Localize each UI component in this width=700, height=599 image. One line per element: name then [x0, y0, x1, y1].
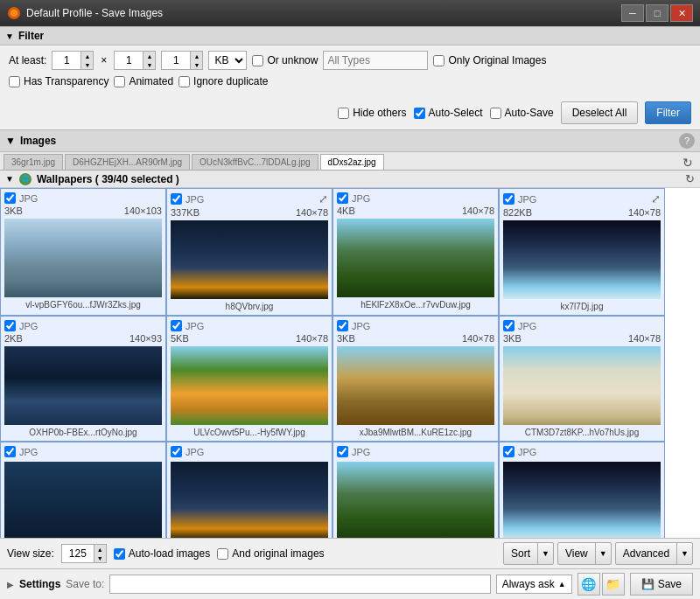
view-button[interactable]: View ▼: [557, 542, 612, 565]
minimize-button[interactable]: ─: [621, 4, 644, 22]
only-original-checkbox[interactable]: [433, 55, 444, 66]
cell-check-6: JPG: [337, 320, 370, 331]
cell-checkbox-1[interactable]: [171, 193, 182, 205]
cell-type-2: JPG: [352, 193, 370, 204]
wallpapers-refresh-button[interactable]: ↻: [685, 172, 695, 185]
filter-collapse-icon[interactable]: ▼: [5, 31, 14, 41]
size-spin-down[interactable]: ▼: [190, 60, 202, 69]
tab-0[interactable]: 36gr1m.jpg: [4, 154, 63, 170]
only-original-checkbox-label[interactable]: Only Original Images: [433, 54, 546, 66]
auto-save-checkbox-label[interactable]: Auto-Save: [490, 107, 554, 119]
cell-checkbox-8[interactable]: [4, 446, 16, 457]
bottom-buttons: Sort ▼ View ▼ Advanced ▼: [503, 542, 693, 565]
cell-type-1: JPG: [186, 194, 204, 205]
auto-save-checkbox[interactable]: [490, 108, 501, 119]
filter-button[interactable]: Filter: [645, 101, 691, 124]
animated-checkbox-label[interactable]: Animated: [114, 75, 173, 87]
width-input[interactable]: [52, 52, 80, 69]
has-transparency-checkbox[interactable]: [9, 76, 20, 87]
maximize-button[interactable]: □: [646, 4, 668, 22]
tab-2[interactable]: OUcN3kffBvC...7lDDALg.jpg: [192, 154, 318, 170]
cell-check-8: JPG: [4, 446, 38, 457]
refresh-tabs-button[interactable]: ↻: [682, 156, 696, 170]
deselect-all-button[interactable]: Deselect All: [561, 101, 639, 124]
auto-load-checkbox[interactable]: [114, 548, 125, 560]
auto-select-checkbox[interactable]: [414, 108, 425, 119]
cell-checkbox-10[interactable]: [337, 446, 348, 457]
or-unknown-checkbox[interactable]: [252, 55, 263, 66]
wallpapers-icon: 🌐: [19, 173, 32, 185]
bookmark-icon-button[interactable]: 📁: [602, 573, 625, 596]
cell-meta-4: 2KB 140×93: [4, 333, 162, 344]
cell-image-3[interactable]: [503, 220, 661, 299]
grid-cell-3: JPG ⤢ 822KB 140×78 kx7l7Dj.jpg: [499, 188, 665, 316]
ignore-duplicate-checkbox[interactable]: [178, 76, 190, 87]
cell-header-1: JPG ⤢: [171, 192, 328, 205]
size-spin-buttons: ▲ ▼: [190, 52, 202, 69]
wallpapers-collapse-triangle[interactable]: ▼: [5, 174, 14, 184]
cell-dims-2: 140×78: [462, 205, 494, 216]
cell-image-2[interactable]: [337, 219, 494, 297]
cell-image-8[interactable]: [4, 462, 162, 538]
images-collapse-icon[interactable]: ▼: [5, 135, 16, 147]
settings-collapse-triangle[interactable]: ▶: [7, 580, 14, 589]
auto-select-checkbox-label[interactable]: Auto-Select: [414, 107, 483, 119]
save-bar: ▶ Settings Save to: Always ask ▲ 🌐 📁 💾 S…: [0, 568, 700, 599]
cell-image-10[interactable]: [337, 462, 494, 538]
height-spin-down[interactable]: ▼: [143, 60, 155, 69]
and-original-checkbox-label[interactable]: And original images: [217, 547, 324, 560]
all-types-input[interactable]: [323, 51, 428, 70]
cell-image-0[interactable]: [4, 219, 162, 297]
cell-checkbox-5[interactable]: [171, 320, 182, 331]
tab-3[interactable]: dDxs2az.jpg: [320, 154, 384, 171]
close-button[interactable]: ✕: [670, 4, 693, 22]
view-size-input[interactable]: [62, 545, 94, 562]
width-spin-down[interactable]: ▼: [80, 60, 93, 69]
expand-icon[interactable]: ⤢: [318, 192, 328, 205]
cell-checkbox-9[interactable]: [171, 446, 182, 457]
view-size-spin-up[interactable]: ▲: [94, 545, 106, 554]
auto-load-checkbox-label[interactable]: Auto-load images: [114, 547, 210, 560]
cell-image-5[interactable]: [171, 346, 328, 425]
cell-checkbox-4[interactable]: [4, 320, 16, 331]
size-unit-select[interactable]: KB MB B: [208, 51, 247, 70]
save-to-input[interactable]: [109, 575, 490, 594]
size-input[interactable]: [162, 52, 190, 69]
cell-checkbox-7[interactable]: [503, 320, 514, 331]
hide-others-checkbox[interactable]: [338, 108, 349, 119]
cell-checkbox-11[interactable]: [503, 446, 514, 457]
height-input[interactable]: [115, 52, 143, 69]
cell-header-10: JPG: [337, 446, 494, 457]
save-button[interactable]: 💾 Save: [630, 573, 693, 596]
height-spin-up[interactable]: ▲: [143, 52, 155, 60]
folder-icon-button[interactable]: 🌐: [578, 573, 600, 596]
cell-checkbox-6[interactable]: [337, 320, 348, 331]
or-unknown-checkbox-label[interactable]: Or unknow: [252, 54, 318, 66]
cell-checkbox-0[interactable]: [4, 192, 16, 204]
expand-icon[interactable]: ⤢: [651, 192, 661, 205]
animated-checkbox[interactable]: [114, 76, 125, 87]
view-size-spin-down[interactable]: ▼: [94, 554, 106, 562]
always-ask-button[interactable]: Always ask ▲: [496, 575, 572, 594]
cell-image-11[interactable]: [503, 462, 661, 538]
tab-label-0: 36gr1m.jpg: [11, 157, 55, 167]
tab-1[interactable]: D6HGZHEjXH...AR90rM.jpg: [65, 154, 190, 170]
height-input-group: ▲ ▼: [114, 51, 156, 70]
has-transparency-checkbox-label[interactable]: Has Transparency: [9, 75, 108, 87]
cell-image-7[interactable]: [503, 346, 661, 425]
hide-others-checkbox-label[interactable]: Hide others: [338, 107, 406, 119]
cell-image-4[interactable]: [4, 346, 162, 425]
cell-image-6[interactable]: [337, 346, 494, 425]
help-button[interactable]: ?: [679, 133, 695, 149]
ignore-duplicate-checkbox-label[interactable]: Ignore duplicate: [178, 75, 268, 87]
width-spin-up[interactable]: ▲: [80, 52, 93, 60]
advanced-button[interactable]: Advanced ▼: [615, 542, 693, 565]
size-spin-up[interactable]: ▲: [190, 52, 202, 60]
cell-image-9[interactable]: [171, 462, 328, 538]
always-ask-arrow-icon: ▲: [558, 580, 566, 589]
and-original-checkbox[interactable]: [217, 548, 228, 560]
cell-image-1[interactable]: [171, 220, 328, 299]
sort-button[interactable]: Sort ▼: [503, 542, 554, 565]
cell-checkbox-2[interactable]: [337, 192, 348, 204]
cell-checkbox-3[interactable]: [503, 193, 514, 205]
